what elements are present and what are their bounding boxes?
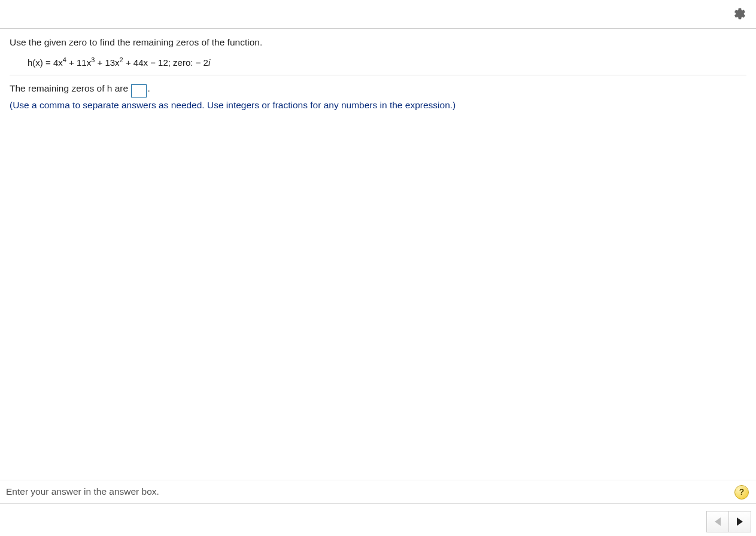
eq-part: + 44x − 12; zero: − 2: [123, 57, 208, 68]
eq-part: + 13x: [95, 57, 119, 68]
answer-hint: (Use a comma to separate answers as need…: [10, 100, 746, 111]
equation: h(x) = 4x4 + 11x3 + 13x2 + 44x − 12; zer…: [28, 56, 746, 68]
answer-lead: The remaining zeros of h are: [10, 83, 130, 93]
section-divider: [10, 75, 746, 75]
chevron-left-icon: [715, 517, 721, 526]
question-area: Use the given zero to find the remaining…: [0, 29, 756, 111]
footer-instruction-text: Enter your answer in the answer box.: [6, 486, 159, 497]
eq-part: h(x) = 4x: [28, 57, 63, 68]
top-toolbar: [0, 0, 756, 29]
gear-icon[interactable]: [733, 7, 746, 20]
answer-trail: .: [147, 83, 150, 93]
help-icon[interactable]: ?: [734, 485, 749, 500]
eq-part: + 11x: [66, 57, 91, 68]
nav-button-group: [706, 511, 751, 532]
chevron-right-icon: [737, 517, 743, 526]
footer-instruction-bar: Enter your answer in the answer box. ?: [0, 480, 756, 504]
answer-sentence: The remaining zeros of h are .: [10, 81, 746, 98]
next-button[interactable]: [728, 511, 751, 532]
question-prompt: Use the given zero to find the remaining…: [10, 37, 746, 48]
prev-button[interactable]: [706, 511, 729, 532]
imaginary-i: i: [208, 57, 210, 68]
answer-input[interactable]: [131, 84, 147, 98]
